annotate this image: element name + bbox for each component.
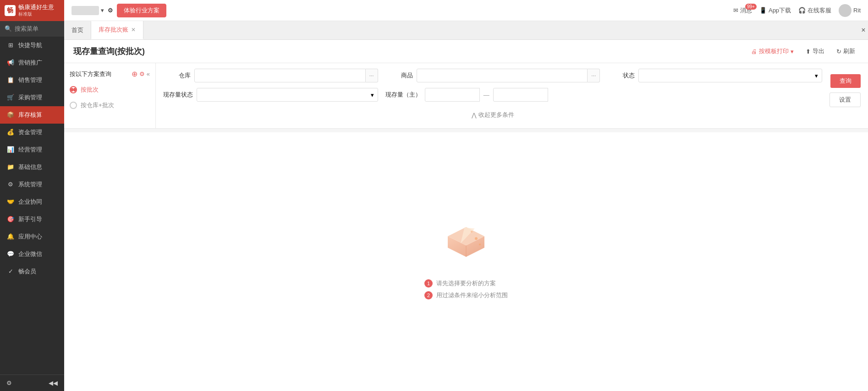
stock-qty-dash: — bbox=[483, 92, 489, 98]
basic-icon: 📁 bbox=[6, 163, 15, 171]
member-icon: ✓ bbox=[6, 267, 15, 276]
sidebar-item-inventory[interactable]: 📦 库存核算 bbox=[0, 106, 64, 124]
nav-label-purchase: 采购管理 bbox=[18, 93, 42, 102]
sidebar-item-purchase[interactable]: 🛒 采购管理 bbox=[0, 89, 64, 106]
nav-label-inventory: 库存核算 bbox=[18, 111, 42, 119]
app-logo: 畅 bbox=[5, 5, 16, 16]
svg-point-4 bbox=[475, 237, 478, 240]
filter-group-stock-status: 现存量状态 ▾ bbox=[163, 88, 378, 102]
app-download-item[interactable]: 📱 App下载 bbox=[759, 6, 791, 15]
scheme-item-batch[interactable]: 按批次 bbox=[64, 82, 155, 98]
topbar-dropdown[interactable]: ▾ bbox=[71, 6, 104, 15]
product-input-group: ··· bbox=[417, 69, 600, 82]
nav-label-member: 畅会员 bbox=[18, 267, 36, 276]
nav-label-operation: 经营管理 bbox=[18, 146, 42, 154]
export-btn[interactable]: ⬆ 导出 bbox=[802, 45, 828, 57]
sidebar-item-basic[interactable]: 📁 基础信息 bbox=[0, 158, 64, 176]
search-menu[interactable]: 🔍 搜索菜单 bbox=[0, 21, 64, 37]
filter-group-stock-qty: 现存量（主） — bbox=[385, 88, 600, 102]
sidebar-item-wechat[interactable]: 💬 企业微信 bbox=[0, 245, 64, 263]
sidebar-item-corp[interactable]: 🤝 企业协同 bbox=[0, 193, 64, 211]
sidebar: 畅 畅康通好生意 标准版 🔍 搜索菜单 ⊞ 快捷导航 📢 营销推广 📋 销售管理… bbox=[0, 0, 64, 391]
sales-icon: 📋 bbox=[6, 76, 15, 84]
product-label: 商品 bbox=[385, 71, 413, 80]
scheme-title: 按以下方案查询 bbox=[70, 70, 111, 78]
user-item[interactable]: Rit bbox=[839, 4, 861, 17]
refresh-btn[interactable]: ↻ 刷新 bbox=[833, 45, 859, 57]
tab-close-icon[interactable]: ✕ bbox=[131, 27, 136, 33]
service-icon: 🎧 bbox=[798, 7, 806, 14]
nav-label-corp: 企业协同 bbox=[18, 198, 42, 206]
search-label: 搜索菜单 bbox=[15, 25, 38, 33]
hint-item-1: 1 请先选择要分析的方案 bbox=[424, 277, 508, 289]
tab-home[interactable]: 首页 bbox=[64, 22, 91, 39]
settings-btn[interactable]: 设置 bbox=[830, 92, 861, 107]
settings-icon[interactable]: ⚙ bbox=[6, 380, 12, 386]
quick-icon: ⊞ bbox=[6, 41, 15, 49]
sidebar-item-system[interactable]: ⚙ 系统管理 bbox=[0, 176, 64, 193]
collapse-schemes-icon[interactable]: « bbox=[147, 71, 150, 77]
topbar-settings-icon[interactable]: ⚙ bbox=[108, 7, 113, 14]
status-select[interactable]: ▾ bbox=[638, 69, 822, 82]
panel-close-btn[interactable]: × bbox=[859, 26, 868, 35]
product-more-btn[interactable]: ··· bbox=[588, 69, 600, 82]
sidebar-item-sales[interactable]: 📋 销售管理 bbox=[0, 71, 64, 89]
scheme-header: 按以下方案查询 ⊕ ⚙ « bbox=[64, 68, 155, 82]
content-area: 现存量查询(按批次) 🖨 按模板打印 ▾ ⬆ 导出 ↻ 刷新 bbox=[64, 40, 868, 391]
query-btn[interactable]: 查询 bbox=[830, 74, 861, 88]
product-input[interactable] bbox=[417, 69, 588, 82]
stock-status-label: 现存量状态 bbox=[163, 91, 193, 99]
scheme-radio-batch bbox=[70, 86, 77, 93]
warehouse-input-group: ··· bbox=[194, 69, 378, 82]
collapse-row[interactable]: ⋀ 收起更多条件 bbox=[163, 107, 822, 123]
hint-item-2: 2 用过滤条件来缩小分析范围 bbox=[424, 289, 508, 301]
collapse-up-icon: ⋀ bbox=[472, 112, 477, 119]
purchase-icon: 🛒 bbox=[6, 93, 15, 102]
stock-status-select[interactable]: ▾ bbox=[197, 88, 378, 102]
tabs-bar: 首页 库存批次账 ✕ × bbox=[64, 21, 868, 40]
tab-batch[interactable]: 库存批次账 ✕ bbox=[91, 21, 143, 39]
sidebar-nav: ⊞ 快捷导航 📢 营销推广 📋 销售管理 🛒 采购管理 📦 库存核算 💰 资金管… bbox=[0, 37, 64, 375]
collapse-icon[interactable]: ◀◀ bbox=[49, 380, 58, 386]
sidebar-item-marketing[interactable]: 📢 营销推广 bbox=[0, 54, 64, 71]
apps-icon: 🔔 bbox=[6, 233, 15, 241]
online-service-item[interactable]: 🎧 在线客服 bbox=[798, 6, 831, 15]
sidebar-item-operation[interactable]: 📊 经营管理 bbox=[0, 141, 64, 158]
print-chevron: ▾ bbox=[791, 48, 794, 55]
add-scheme-btn[interactable]: ⊕ bbox=[132, 70, 137, 78]
nav-label-wechat: 企业微信 bbox=[18, 250, 42, 258]
warehouse-input[interactable] bbox=[194, 69, 366, 82]
sidebar-item-quick[interactable]: ⊞ 快捷导航 bbox=[0, 37, 64, 54]
hint-num-1: 1 bbox=[424, 279, 433, 288]
warehouse-label: 仓库 bbox=[163, 71, 191, 80]
app-download-label: App下载 bbox=[769, 6, 791, 15]
messages-badge: 99+ bbox=[745, 4, 757, 10]
inventory-icon: 📦 bbox=[6, 111, 15, 119]
print-btn[interactable]: 🖨 按模板打印 ▾ bbox=[747, 45, 797, 57]
stock-qty-from[interactable] bbox=[425, 88, 480, 102]
sidebar-item-guide[interactable]: 🎯 新手引导 bbox=[0, 211, 64, 228]
chevron-down-icon: ▾ bbox=[101, 7, 104, 14]
filter-row-1: 仓库 ··· 商品 ··· bbox=[163, 69, 822, 82]
avatar bbox=[839, 4, 852, 17]
stock-qty-to[interactable] bbox=[493, 88, 548, 102]
nav-label-finance: 资金管理 bbox=[18, 128, 42, 136]
scheme-settings-icon[interactable]: ⚙ bbox=[139, 71, 145, 77]
print-icon: 🖨 bbox=[751, 48, 757, 55]
page-title: 现存量查询(按批次) bbox=[73, 46, 145, 57]
messages-item[interactable]: ✉ 消息 99+ bbox=[733, 6, 752, 15]
scheme-item-warehouse[interactable]: 按仓库+批次 bbox=[64, 98, 155, 113]
warehouse-more-btn[interactable]: ··· bbox=[366, 69, 378, 82]
filter-schemes: 按以下方案查询 ⊕ ⚙ « 按批次 按仓库+批次 bbox=[64, 63, 156, 128]
topbar: ▾ ⚙ 体验行业方案 ✉ 消息 99+ 📱 App下载 🎧 在线客服 Rit bbox=[64, 0, 868, 21]
message-icon: ✉ bbox=[733, 7, 738, 14]
industry-btn[interactable]: 体验行业方案 bbox=[117, 4, 166, 17]
filter-panel: 按以下方案查询 ⊕ ⚙ « 按批次 按仓库+批次 bbox=[64, 63, 868, 129]
empty-state: 1 请先选择要分析的方案 2 用过滤条件来缩小分析范围 bbox=[64, 132, 868, 391]
sidebar-item-finance[interactable]: 💰 资金管理 bbox=[0, 124, 64, 141]
page-actions: 🖨 按模板打印 ▾ ⬆ 导出 ↻ 刷新 bbox=[747, 45, 859, 57]
sidebar-item-member[interactable]: ✓ 畅会员 bbox=[0, 263, 64, 280]
nav-label-guide: 新手引导 bbox=[18, 215, 42, 223]
scheme-radio-warehouse bbox=[70, 102, 77, 109]
sidebar-item-apps[interactable]: 🔔 应用中心 bbox=[0, 228, 64, 245]
